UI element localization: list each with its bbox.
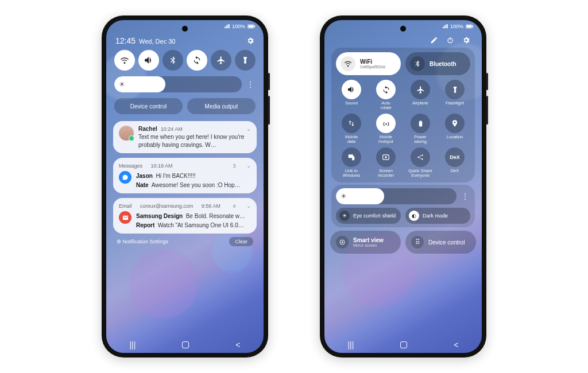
qs-tile-sound[interactable]: Sound <box>336 80 367 110</box>
qs-wifi-tile[interactable]: WiFiCellSpot5GHz <box>336 52 401 75</box>
power-icon[interactable] <box>446 36 454 44</box>
svg-point-16 <box>421 158 423 160</box>
eye-comfort-toggle[interactable]: ☀Eye comfort shield <box>336 208 401 224</box>
notification-card[interactable]: Email coreux@samsung.com 9:56 AM4 ⌄ Sams… <box>113 198 257 234</box>
tile-icon <box>376 114 396 133</box>
qs-tile-power-saving[interactable]: Powersaving <box>405 114 436 144</box>
tile-label: Mobiledata <box>345 135 358 144</box>
qs-flashlight[interactable] <box>235 50 256 71</box>
tile-icon: DeX <box>445 147 465 167</box>
clear-button[interactable]: Clear <box>229 237 253 246</box>
notif-text: Watch "At Samsung One UI 6.0… <box>158 222 244 228</box>
qs-airplane[interactable] <box>211 50 231 71</box>
brightness-icon: ☀ <box>341 192 347 200</box>
tile-label: MobileHotspot <box>378 135 393 144</box>
qs-tile-location[interactable]: Location <box>439 114 470 144</box>
eye-comfort-label: Eye comfort shield <box>353 213 396 219</box>
tile-label: Flashlight <box>446 101 464 110</box>
qs-tile-mobile-data[interactable]: Mobiledata <box>336 114 367 144</box>
settings-icon[interactable] <box>462 36 470 44</box>
device-control-button[interactable]: ⠿ Device control <box>405 231 476 254</box>
bluetooth-icon <box>410 56 425 71</box>
qs-bluetooth-tile[interactable]: Bluetooth <box>405 52 470 75</box>
brightness-icon: ☀ <box>119 80 125 88</box>
qs-bluetooth[interactable] <box>163 50 183 71</box>
tile-icon <box>411 147 430 167</box>
notif-from: coreux@samsung.com <box>140 203 193 209</box>
tile-icon <box>342 147 361 167</box>
tile-label: Powersaving <box>414 135 427 144</box>
svg-point-13 <box>385 156 387 158</box>
tile-label: Link toWindows <box>343 169 360 178</box>
notif-app: Email <box>119 203 132 209</box>
device-control-button[interactable]: Device control <box>114 98 183 114</box>
smart-view-button[interactable]: Smart viewMirror screen <box>330 231 401 254</box>
notif-time: 9:56 AM <box>202 203 220 209</box>
dark-mode-toggle[interactable]: ◐Dark mode <box>405 208 470 224</box>
nav-recents[interactable]: ||| <box>347 340 354 349</box>
brightness-slider[interactable]: ☀ <box>336 188 457 204</box>
smart-view-sublabel: Mirror screen <box>353 243 384 248</box>
slider-more-icon[interactable]: ⋮ <box>460 192 470 201</box>
chevron-down-icon: ⌄ <box>246 162 251 169</box>
notif-text: Awesome! See you soon :O Hop… <box>152 182 241 188</box>
chevron-down-icon: ⌄ <box>246 126 251 132</box>
device-control-label: Device control <box>428 239 465 246</box>
brightness-slider[interactable]: ☀ <box>114 76 242 92</box>
nav-home[interactable] <box>182 341 189 348</box>
svg-rect-4 <box>466 25 471 28</box>
svg-rect-11 <box>352 156 354 160</box>
svg-rect-2 <box>254 26 255 28</box>
notif-text: Hi I'm BACK!!!!! <box>156 173 195 179</box>
qs-tile-mobile-hotspot[interactable]: MobileHotspot <box>370 114 401 144</box>
svg-rect-1 <box>248 25 253 28</box>
notif-app: Rachel <box>138 126 157 132</box>
notification-card[interactable]: Rachel 10:24 AM⌄ Text me when you get he… <box>113 121 257 153</box>
notif-sender: Nate <box>136 182 149 188</box>
wifi-label: WiFi <box>360 59 385 65</box>
cast-icon <box>336 236 349 248</box>
slider-more-icon[interactable]: ⋮ <box>245 80 256 89</box>
qs-sound[interactable] <box>138 50 159 71</box>
eye-icon: ☀ <box>339 211 350 221</box>
nav-home[interactable] <box>400 341 407 348</box>
qs-tile-quick-share-everyone[interactable]: Quick ShareEveryone <box>405 147 436 178</box>
qs-tile-link-to-windows[interactable]: Link toWindows <box>336 147 367 178</box>
tile-icon <box>376 80 396 99</box>
nav-recents[interactable]: ||| <box>129 340 136 349</box>
svg-marker-18 <box>342 241 343 243</box>
settings-icon[interactable] <box>246 37 254 45</box>
notif-sender: Samsung Design <box>136 213 183 219</box>
grid-icon: ⠿ <box>411 236 424 248</box>
avatar <box>119 126 134 141</box>
svg-rect-9 <box>420 121 421 121</box>
svg-rect-5 <box>473 26 473 28</box>
nav-back[interactable]: < <box>454 340 458 349</box>
qs-autorotate[interactable] <box>187 50 207 71</box>
notif-count: 4 <box>233 203 235 209</box>
qs-tile-screen-recorder[interactable]: Screenrecorder <box>370 147 401 178</box>
tile-icon <box>411 80 430 99</box>
chevron-down-icon: ⌄ <box>246 203 251 209</box>
qs-tile-dex[interactable]: DeXDeX <box>439 147 470 178</box>
notif-body: Text me when you get here! I know you're… <box>138 133 251 149</box>
qs-tile-auto-rotate[interactable]: Autorotate <box>370 80 401 110</box>
edit-icon[interactable] <box>430 36 438 44</box>
tile-icon <box>411 114 430 133</box>
nav-back[interactable]: < <box>235 340 240 349</box>
clock-date: Wed, Dec 30 <box>139 38 175 45</box>
tile-label: Autorotate <box>380 101 391 110</box>
camera-hole <box>400 26 406 32</box>
qs-tile-flashlight[interactable]: Flashlight <box>439 80 470 110</box>
media-output-button[interactable]: Media output <box>187 98 256 114</box>
notif-time: 10:19 AM <box>151 163 173 169</box>
notif-text: Be Bold. Resonate w… <box>186 213 245 219</box>
clock-time: 12:45 <box>115 36 136 45</box>
qs-tile-airplane[interactable]: Airplane <box>405 80 436 110</box>
qs-wifi[interactable] <box>114 50 135 71</box>
notif-sender: Report <box>136 222 154 228</box>
battery-text: 100% <box>450 24 463 29</box>
notification-card[interactable]: Messages 10:19 AM3 ⌄ Jason Hi I'm BACK!!… <box>113 158 257 193</box>
messages-icon <box>119 171 131 184</box>
notification-settings-link[interactable]: ⚙ Notification Settings <box>117 239 168 244</box>
